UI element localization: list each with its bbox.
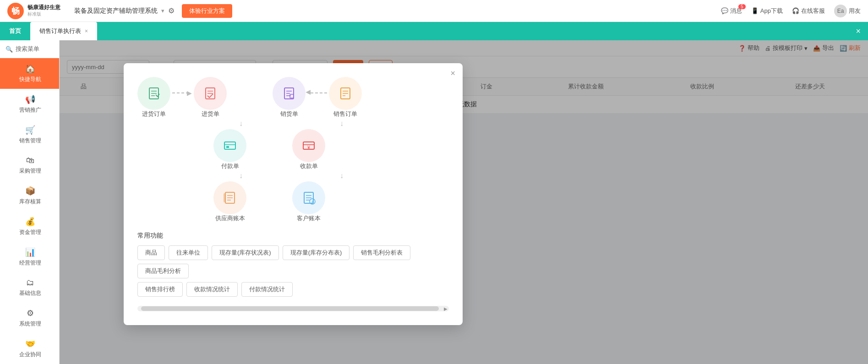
sidebar-item-system-label: 系统管理 bbox=[19, 320, 41, 328]
online-service-btn[interactable]: 🎧 在线客服 bbox=[792, 7, 825, 15]
dropdown-icon[interactable]: ▾ bbox=[161, 7, 164, 14]
base-icon: 🗂 bbox=[26, 278, 34, 288]
sale-order-icon bbox=[329, 77, 362, 110]
node-customer-ledger: 人 客户账本 bbox=[292, 181, 325, 223]
func-btn-goods-profit[interactable]: 商品毛利分析 bbox=[137, 264, 189, 278]
scrollbar-right-arrow[interactable]: ▶ bbox=[442, 306, 449, 311]
sidebar-item-system[interactable]: ⚙ 系统管理 bbox=[0, 303, 59, 333]
spacer-left bbox=[137, 118, 192, 129]
system-title: 装备及固定资产辅助管理系统 bbox=[74, 7, 158, 15]
sidebar-item-finance-label: 资金管理 bbox=[19, 228, 41, 236]
sidebar-item-base-label: 基础信息 bbox=[19, 289, 41, 297]
node-sale-order: 销售订单 bbox=[329, 77, 362, 118]
main-layout: 🔍 搜索菜单 🏠 快捷导航 📢 营销推广 🛒 销售管理 🛍 采购管理 📦 库存核… bbox=[0, 40, 868, 364]
logo-title: 畅康通好生意 bbox=[27, 4, 60, 11]
purchase-order-label: 进货订单 bbox=[142, 110, 166, 118]
func-btn-inventory-status[interactable]: 现存量(库存状况表) bbox=[212, 245, 279, 260]
purchase-bill-icon bbox=[194, 77, 227, 110]
message-icon: 💬 bbox=[721, 7, 728, 14]
spacer-mid2 bbox=[268, 118, 314, 129]
finance-icon: 💰 bbox=[25, 217, 35, 227]
svg-text:¥: ¥ bbox=[307, 145, 310, 150]
sidebar-item-enterprise-label: 企业协同 bbox=[19, 351, 41, 359]
sidebar: 🔍 搜索菜单 🏠 快捷导航 📢 营销推广 🛒 销售管理 🛍 采购管理 📦 库存核… bbox=[0, 40, 60, 364]
func-btn-goods[interactable]: 商品 bbox=[137, 245, 165, 260]
svg-rect-18 bbox=[226, 146, 229, 148]
arrow-down-sb: ↓ bbox=[314, 118, 369, 129]
purchase-bill-label: 进货单 bbox=[202, 110, 219, 118]
supplier-ledger-label: 供应商账本 bbox=[215, 214, 245, 223]
arrow-so-sb: ▶ bbox=[306, 89, 329, 97]
header-right: 💬 消息 5 📱 App下载 🎧 在线客服 Ea 用友 bbox=[721, 5, 861, 17]
tab-close-icon[interactable]: × bbox=[85, 28, 88, 34]
download-icon: 📱 bbox=[751, 7, 759, 14]
sidebar-item-business[interactable]: 📊 经营管理 bbox=[0, 242, 59, 272]
sidebar-search[interactable]: 🔍 搜索菜单 bbox=[0, 40, 59, 58]
scrollbar-thumb[interactable] bbox=[141, 306, 439, 311]
spacer-left3 bbox=[137, 170, 192, 181]
payment-icon bbox=[213, 129, 246, 162]
tab-sales-order[interactable]: 销售订单执行表 × bbox=[30, 22, 97, 40]
app-download-btn[interactable]: 📱 App下载 bbox=[751, 7, 783, 15]
sidebar-item-marketing-label: 营销推广 bbox=[19, 106, 41, 114]
node-purchase-bill: 进货单 bbox=[194, 77, 227, 118]
customer-ledger-icon: 人 bbox=[292, 181, 325, 214]
search-icon: 🔍 bbox=[5, 46, 13, 53]
marketing-icon: 📢 bbox=[25, 94, 35, 104]
logo-icon: 畅 bbox=[7, 3, 24, 19]
sidebar-item-finance[interactable]: 💰 资金管理 bbox=[0, 211, 59, 242]
svg-text:人: 人 bbox=[311, 200, 314, 204]
func-btn-payment-stats[interactable]: 付款情况统计 bbox=[241, 282, 293, 297]
service-icon: 🎧 bbox=[792, 7, 799, 14]
user-label: 用友 bbox=[849, 7, 861, 15]
top-header: 畅 畅康通好生意 标准版 装备及固定资产辅助管理系统 ▾ ⚙ 体验行业方案 💬 … bbox=[0, 0, 868, 22]
node-receipt: ¥ 收款单 bbox=[292, 129, 325, 170]
sidebar-item-base[interactable]: 🗂 基础信息 bbox=[0, 272, 59, 303]
business-icon: 📊 bbox=[25, 247, 35, 257]
try-btn[interactable]: 体验行业方案 bbox=[182, 4, 232, 18]
func-btn-sales-profit[interactable]: 销售毛利分析表 bbox=[353, 245, 410, 260]
spacer-arrow3 bbox=[192, 170, 213, 181]
avatar-text: Ea bbox=[837, 8, 844, 14]
message-btn[interactable]: 💬 消息 5 bbox=[721, 7, 742, 15]
tab-close-all[interactable]: × bbox=[848, 27, 868, 36]
tab-home[interactable]: 首页 bbox=[0, 22, 30, 40]
func-btns-row2: 销售排行榜 收款情况统计 付款情况统计 bbox=[137, 282, 449, 297]
func-btns-row1: 商品 往来单位 现存量(库存状况表) 现存量(库存分布表) 销售毛利分析表 商品… bbox=[137, 245, 449, 278]
logo-area: 畅 畅康通好生意 标准版 bbox=[7, 3, 67, 19]
purchase-icon: 🛍 bbox=[26, 156, 34, 165]
user-area[interactable]: Ea 用友 bbox=[834, 5, 861, 17]
modal-close-btn[interactable]: × bbox=[450, 69, 455, 78]
arrow-down-pay: ↓ bbox=[213, 170, 268, 181]
sidebar-item-quick-nav[interactable]: 🏠 快捷导航 bbox=[0, 58, 59, 89]
gear-button[interactable]: ⚙ bbox=[168, 6, 175, 15]
func-btn-sales-rank[interactable]: 销售排行榜 bbox=[137, 282, 183, 297]
content-area: ❓ 帮助 🖨 按模板打印 ▾ 📤 导出 🔄 刷新 📅 — bbox=[60, 40, 868, 364]
user-avatar: Ea bbox=[834, 5, 847, 17]
func-btn-receipt-stats[interactable]: 收款情况统计 bbox=[186, 282, 238, 297]
sidebar-item-business-label: 经营管理 bbox=[19, 259, 41, 267]
svg-rect-16 bbox=[224, 142, 235, 149]
system-title-area: 装备及固定资产辅助管理系统 ▾ ⚙ 体验行业方案 bbox=[67, 4, 721, 18]
logo-text: 畅康通好生意 标准版 bbox=[27, 4, 60, 17]
node-purchase-order: 进货订单 bbox=[137, 77, 170, 118]
sale-bill-label: 销货单 bbox=[280, 110, 298, 118]
svg-rect-26 bbox=[224, 193, 225, 202]
modal-overlay[interactable]: × bbox=[60, 40, 868, 364]
arrow-down-rec: ↓ bbox=[314, 170, 369, 181]
func-btn-inventory-dist[interactable]: 现存量(库存分布表) bbox=[283, 245, 350, 260]
node-payment: 付款单 bbox=[213, 129, 246, 170]
sidebar-item-sales[interactable]: 🛒 销售管理 bbox=[0, 120, 59, 150]
sidebar-item-purchase[interactable]: 🛍 采购管理 bbox=[0, 150, 59, 180]
receipt-label: 收款单 bbox=[300, 162, 318, 170]
sidebar-item-inventory[interactable]: 📦 库存核算 bbox=[0, 180, 59, 211]
modal-scrollbar[interactable]: ▶ bbox=[137, 306, 449, 311]
system-icon: ⚙ bbox=[27, 308, 34, 318]
tab-sales-order-label: 销售订单执行表 bbox=[39, 27, 81, 35]
sidebar-item-marketing[interactable]: 📢 营销推广 bbox=[0, 89, 59, 120]
message-badge: 5 bbox=[738, 4, 746, 9]
logo-sub: 标准版 bbox=[27, 11, 60, 17]
search-label: 搜索菜单 bbox=[16, 45, 39, 53]
sidebar-item-enterprise[interactable]: 🤝 企业协同 bbox=[0, 333, 59, 364]
func-btn-partners[interactable]: 往来单位 bbox=[169, 245, 208, 260]
